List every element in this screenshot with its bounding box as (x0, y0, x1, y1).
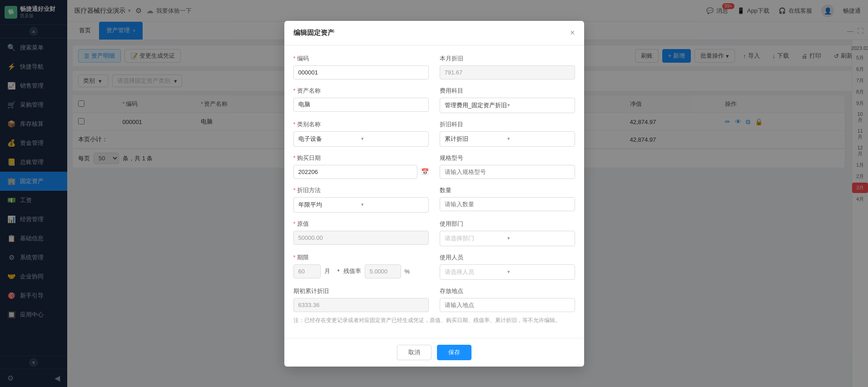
dep-subject-select[interactable]: 累计折旧 ▾ (440, 131, 575, 147)
initial-dep-label: 期初累计折旧 (293, 287, 429, 295)
dep-method-arrow: ▾ (361, 202, 424, 208)
purchase-date-row: 📅 (293, 165, 429, 179)
asset-name-input[interactable] (293, 98, 429, 112)
dep-method-value: 年限平均 (298, 201, 361, 209)
quantity-label: 数量 (440, 186, 575, 194)
form-grid: * 编码 本月折旧 * 资产名称 (293, 55, 575, 312)
dep-subject-arrow: ▾ (507, 136, 570, 142)
spec-input[interactable] (440, 165, 575, 179)
asset-name-label: * 资产名称 (293, 87, 429, 95)
expense-subject-value: 管理费用_固定资产折旧 (445, 101, 507, 109)
form-group-purchase-date: * 购买日期 📅 (293, 154, 429, 179)
expense-subject-select[interactable]: 管理费用_固定资产折旧 ▾ (440, 98, 575, 113)
quantity-input[interactable] (440, 197, 575, 211)
dept-select[interactable]: 请选择部门 ▾ (440, 231, 575, 246)
form-group-initial-dep: 期初累计折旧 (293, 287, 429, 312)
modal-close-icon[interactable]: × (570, 28, 575, 38)
category-name-value: 电子设备 (298, 135, 361, 143)
category-arrow: ▾ (361, 136, 424, 142)
category-name-label: * 类别名称 (293, 120, 429, 129)
code-input[interactable] (293, 65, 429, 79)
this-month-dep-input (440, 65, 575, 79)
purchase-date-input[interactable] (293, 165, 417, 179)
expense-subject-label: 费用科目 (440, 87, 575, 95)
dept-placeholder: 请选择部门 (445, 234, 507, 243)
dep-method-select[interactable]: 年限平均 ▾ (293, 197, 429, 213)
period-label: * 期限 (293, 253, 429, 262)
user-select[interactable]: 请选择人员 ▾ (440, 264, 575, 280)
original-value-label: * 原值 (293, 220, 429, 228)
period-input (293, 264, 321, 278)
category-name-select[interactable]: 电子设备 ▾ (293, 131, 429, 147)
dep-subject-label: 折旧科目 (440, 120, 575, 129)
form-group-asset-name: * 资产名称 (293, 87, 429, 113)
form-group-original-value: * 原值 (293, 220, 429, 246)
form-group-spec: 规格型号 (440, 154, 575, 179)
form-note: 注：已经存在变更记录或者对应固定资产已经生成凭证，原值、购买日期、残值率、累计折… (293, 312, 575, 329)
residual-rate-input (365, 264, 401, 278)
location-label: 存放地点 (440, 287, 575, 295)
modal-overlay: 编辑固定资产 × * 编码 本月折旧 (0, 0, 868, 387)
initial-dep-input (293, 298, 429, 312)
modal-body: * 编码 本月折旧 * 资产名称 (284, 45, 584, 338)
modal-footer: 取消 保存 (284, 338, 584, 367)
dep-method-label: * 折旧方法 (293, 186, 429, 194)
dept-arrow: ▾ (507, 235, 570, 241)
edit-fixed-asset-modal: 编辑固定资产 × * 编码 本月折旧 (284, 21, 584, 367)
form-group-quantity: 数量 (440, 186, 575, 213)
form-group-dept: 使用部门 请选择部门 ▾ (440, 220, 575, 246)
modal-header: 编辑固定资产 × (284, 21, 584, 45)
dept-label: 使用部门 (440, 220, 575, 228)
modal-title: 编辑固定资产 (293, 29, 334, 37)
form-group-user: 使用人员 请选择人员 ▾ (440, 253, 575, 280)
user-arrow: ▾ (507, 269, 570, 275)
calendar-icon[interactable]: 📅 (421, 168, 429, 175)
residual-rate-label: 残值率 (343, 267, 361, 275)
period-row: 月 * 残值率 % (293, 264, 429, 278)
form-group-expense-subject: 费用科目 管理费用_固定资产折旧 ▾ (440, 87, 575, 113)
form-group-category: * 类别名称 电子设备 ▾ (293, 120, 429, 147)
form-group-location: 存放地点 (440, 287, 575, 312)
residual-rate-unit: % (405, 268, 410, 275)
form-group-code: * 编码 (293, 55, 429, 79)
location-input[interactable] (440, 298, 575, 312)
save-button[interactable]: 保存 (437, 345, 471, 360)
form-group-period: * 期限 月 * 残值率 % (293, 253, 429, 280)
dep-subject-value: 累计折旧 (445, 135, 507, 143)
form-group-dep-subject: 折旧科目 累计折旧 ▾ (440, 120, 575, 147)
this-month-dep-label: 本月折旧 (440, 55, 575, 63)
spec-label: 规格型号 (440, 154, 575, 162)
user-placeholder: 请选择人员 (445, 268, 507, 276)
period-unit: 月 (324, 267, 330, 275)
original-value-input (293, 231, 429, 245)
expense-subject-arrow: ▾ (507, 102, 570, 108)
code-label: * 编码 (293, 55, 429, 63)
cancel-button[interactable]: 取消 (397, 345, 432, 360)
purchase-date-label: * 购买日期 (293, 154, 429, 162)
form-group-dep-method: * 折旧方法 年限平均 ▾ (293, 186, 429, 213)
user-label: 使用人员 (440, 253, 575, 262)
form-group-this-month-dep: 本月折旧 (440, 55, 575, 79)
